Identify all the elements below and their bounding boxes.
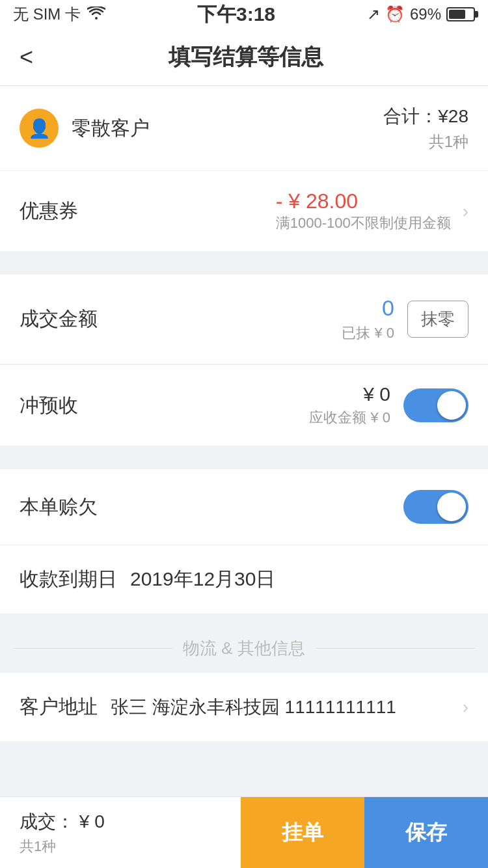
customer-section: 👤 零散客户 合计：¥28 共1种 优惠券 - ¥ 28.00 满1000-10…	[0, 86, 488, 251]
prepay-receivable: 应收金额 ¥ 0	[309, 408, 390, 427]
bottom-deal-amount: ¥ 0	[79, 811, 105, 832]
prepay-row: 冲预收 ¥ 0 应收金额 ¥ 0	[0, 364, 488, 446]
total-amount-label: 合计：¥28	[383, 104, 468, 129]
logistics-line-left	[13, 648, 172, 649]
coupon-description: 满1000-100不限制使用金额	[276, 213, 451, 233]
prepay-label: 冲预收	[20, 392, 78, 419]
due-date-row: 收款到期日 2019年12月30日	[0, 545, 488, 614]
avatar: 👤	[20, 109, 59, 148]
deal-amount-label: 成交金额	[20, 306, 342, 332]
toggle-knob	[437, 391, 466, 420]
prepay-right: ¥ 0 应收金额 ¥ 0	[309, 383, 468, 427]
location-icon: ↗	[367, 5, 380, 23]
bottom-count: 共1种	[20, 837, 221, 856]
bottom-deal-row: 成交： ¥ 0	[20, 809, 221, 834]
status-time: 下午3:18	[197, 1, 275, 28]
address-value: 张三 海淀永丰科技园 11111111111	[111, 695, 457, 720]
customer-name: 零散客户	[72, 115, 150, 142]
customer-row: 👤 零散客户 合计：¥28 共1种	[0, 86, 488, 170]
battery-percent: 69%	[410, 5, 441, 23]
customer-info: 👤 零散客户	[20, 109, 150, 148]
divider-1	[0, 262, 488, 275]
carrier-label: 无 SIM 卡	[13, 4, 81, 25]
hang-order-button[interactable]: 挂单	[241, 797, 364, 869]
chevron-right-icon: ›	[463, 201, 468, 222]
coupon-right: - ¥ 28.00 满1000-100不限制使用金额 ›	[276, 189, 468, 233]
address-key-label: 客户地址	[20, 694, 98, 720]
battery-icon	[446, 7, 475, 21]
coupon-label: 优惠券	[20, 198, 78, 224]
bottom-info: 成交： ¥ 0 共1种	[0, 809, 241, 856]
customer-total: 合计：¥28 共1种	[383, 104, 468, 152]
save-button[interactable]: 保存	[364, 797, 488, 869]
coupon-row[interactable]: 优惠券 - ¥ 28.00 满1000-100不限制使用金额 ›	[0, 170, 488, 251]
logistics-line-right	[316, 648, 475, 649]
coupon-info: - ¥ 28.00 满1000-100不限制使用金额	[276, 189, 451, 233]
due-date-label: 收款到期日	[20, 566, 117, 593]
back-button[interactable]: <	[20, 44, 33, 71]
credit-toggle-knob	[437, 493, 466, 521]
nav-bar: < 填写结算等信息	[0, 29, 488, 86]
divider-2	[0, 456, 488, 469]
deal-amount-value[interactable]: 0	[382, 295, 394, 321]
deal-amount-sub: 已抹 ¥ 0	[342, 323, 394, 343]
deal-prepay-section: 成交金额 0 已抹 ¥ 0 抹零 冲预收 ¥ 0 应收金额 ¥ 0	[0, 275, 488, 446]
avatar-icon: 👤	[28, 118, 51, 139]
deal-amount-row: 成交金额 0 已抹 ¥ 0 抹零	[0, 275, 488, 364]
credit-toggle[interactable]	[403, 490, 468, 524]
address-row[interactable]: 客户地址 张三 海淀永丰科技园 11111111111 ›	[0, 673, 488, 741]
credit-section: 本单赊欠 收款到期日 2019年12月30日	[0, 469, 488, 614]
alarm-icon: ⏰	[385, 5, 405, 23]
coupon-value: - ¥ 28.00	[276, 189, 451, 213]
amount-input-wrap: 0 已抹 ¥ 0	[342, 295, 394, 343]
total-count-label: 共1种	[383, 131, 468, 152]
address-section: 客户地址 张三 海淀永丰科技园 11111111111 ›	[0, 673, 488, 741]
status-left: 无 SIM 卡	[13, 4, 105, 25]
page-title: 填写结算等信息	[46, 42, 445, 72]
round-zero-button[interactable]: 抹零	[407, 301, 468, 338]
bottom-bar: 成交： ¥ 0 共1种 挂单 保存	[0, 796, 488, 868]
bottom-deal-label: 成交：	[20, 811, 74, 832]
credit-row: 本单赊欠	[0, 469, 488, 545]
deal-amount-right: 0 已抹 ¥ 0 抹零	[342, 295, 468, 343]
prepay-toggle[interactable]	[403, 388, 468, 422]
address-chevron-icon: ›	[463, 697, 468, 718]
prepay-amount-wrap: ¥ 0 应收金额 ¥ 0	[309, 383, 390, 427]
status-right: ↗ ⏰ 69%	[367, 5, 475, 23]
prepay-amount: ¥ 0	[309, 383, 390, 405]
credit-label: 本单赊欠	[20, 494, 98, 521]
wifi-icon	[87, 5, 105, 23]
logistics-label: 物流 & 其他信息	[183, 637, 305, 660]
logistics-header: 物流 & 其他信息	[0, 624, 488, 673]
status-bar: 无 SIM 卡 下午3:18 ↗ ⏰ 69%	[0, 0, 488, 29]
due-date-value[interactable]: 2019年12月30日	[130, 566, 275, 593]
